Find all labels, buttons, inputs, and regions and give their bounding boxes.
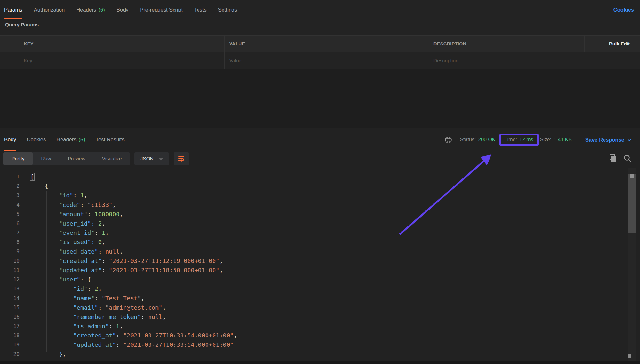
line-number: 19: [0, 342, 20, 348]
tab-label: Headers: [76, 7, 96, 13]
code-line: 20 },: [0, 350, 627, 359]
view-mode-switch: PrettyRawPreviewVisualize: [3, 152, 130, 165]
line-content: "amount": 1000000,: [30, 211, 123, 218]
mode-raw[interactable]: Raw: [33, 152, 59, 165]
code-line: 15 "email": "admin@test.com",: [0, 303, 627, 312]
mode-visualize[interactable]: Visualize: [94, 152, 130, 165]
line-content: "user_id": 2,: [30, 220, 105, 227]
param-description-input[interactable]: Description: [433, 58, 458, 64]
vertical-scrollbar[interactable]: [628, 168, 636, 361]
line-number: 15: [0, 305, 20, 311]
line-number: 11: [0, 267, 20, 273]
request-tab-pre-request-script[interactable]: Pre-request Script: [140, 0, 182, 19]
line-number: 10: [0, 258, 20, 264]
line-content: "event_id": 1,: [30, 229, 109, 236]
cookies-link[interactable]: Cookies: [613, 0, 634, 19]
line-content: "name": "Test Test",: [30, 295, 144, 302]
response-tab-bar: BodyCookiesHeaders(5)Test Results: [0, 128, 125, 151]
bottom-edge-bar: [0, 361, 640, 364]
line-number: 3: [0, 192, 20, 198]
indent-guide: [46, 191, 47, 352]
response-body-code: 1[2 {3 "id": 1,4 "code": "c1b33",5 "amou…: [0, 172, 627, 359]
time-value: 12 ms: [519, 137, 533, 143]
mode-preview[interactable]: Preview: [60, 152, 94, 165]
save-response-button[interactable]: Save Response: [585, 137, 624, 143]
request-tab-tests[interactable]: Tests: [194, 0, 207, 19]
more-options-icon[interactable]: •••: [585, 36, 603, 52]
mode-pretty[interactable]: Pretty: [3, 152, 33, 165]
response-tab-cookies[interactable]: Cookies: [27, 128, 46, 151]
line-content: "created_at": "2021-03-27T10:33:54.000+0…: [30, 332, 237, 339]
code-line: 6 "user_id": 2,: [0, 219, 627, 228]
row-select-cell[interactable]: [0, 52, 19, 69]
line-number: 5: [0, 211, 20, 217]
request-tab-settings[interactable]: Settings: [218, 0, 237, 19]
scrollbar-thumb[interactable]: [628, 174, 636, 233]
query-params-title: Query Params: [5, 22, 39, 28]
line-content: "used_date": null,: [30, 248, 123, 255]
line-content: "created_at": "2021-03-27T11:12:19.000+0…: [30, 257, 223, 264]
code-line: 17 "is_admin": 1,: [0, 321, 627, 331]
line-content: "remember_me_token": null,: [30, 313, 166, 320]
param-key-input[interactable]: Key: [24, 58, 32, 64]
line-number: 9: [0, 249, 20, 255]
line-content: },: [30, 351, 66, 358]
tab-label: Pre-request Script: [140, 7, 182, 13]
code-line: 10 "created_at": "2021-03-27T11:12:19.00…: [0, 256, 627, 265]
line-number: 2: [0, 183, 20, 189]
postman-request-view: ParamsAuthorizationHeaders(6)BodyPre-req…: [0, 0, 640, 364]
request-tab-body[interactable]: Body: [117, 0, 129, 19]
line-number: 4: [0, 202, 20, 208]
param-value-input[interactable]: Value: [229, 58, 242, 64]
request-tab-params[interactable]: Params: [4, 0, 22, 19]
line-content: "updated_at": "2021-03-27T11:18:50.000+0…: [30, 267, 223, 273]
code-line: 18 "created_at": "2021-03-27T10:33:54.00…: [0, 331, 627, 340]
tab-label: Headers: [56, 137, 76, 143]
line-number: 13: [0, 286, 20, 292]
response-tab-body[interactable]: Body: [4, 128, 16, 151]
code-line: 8 "is_used": 0,: [0, 237, 627, 247]
line-content: "email": "admin@test.com",: [30, 304, 166, 311]
request-tab-headers[interactable]: Headers(6): [76, 0, 105, 19]
copy-icon[interactable]: [609, 154, 618, 162]
response-viewer-toolbar: PrettyRawPreviewVisualize JSON: [3, 152, 189, 165]
line-number: 20: [0, 351, 20, 357]
line-number: 14: [0, 295, 20, 301]
code-line: 7 "event_id": 1,: [0, 228, 627, 237]
line-content: "user": {: [30, 276, 91, 283]
response-tab-test-results[interactable]: Test Results: [96, 128, 125, 151]
chevron-down-icon: [159, 156, 163, 161]
code-line: 12 "user": {: [0, 275, 627, 284]
line-content: "code": "c1b33",: [30, 202, 116, 208]
code-actions: [609, 154, 632, 162]
line-content: "is_admin": 1,: [30, 323, 123, 329]
tab-label: Params: [4, 7, 22, 13]
params-input-row: Key Value Description: [0, 52, 640, 69]
tab-label: Cookies: [27, 137, 46, 143]
meta-divider: [579, 135, 579, 145]
description-column-header: DESCRIPTION: [433, 41, 466, 46]
wrap-lines-button[interactable]: [174, 152, 189, 165]
language-value: JSON: [140, 156, 153, 162]
bulk-edit-button[interactable]: Bulk Edit: [603, 36, 640, 52]
select-all-cell[interactable]: [0, 36, 19, 52]
tab-label: Body: [117, 7, 129, 13]
line-content: "id": 2,: [30, 285, 102, 292]
request-tab-authorization[interactable]: Authorization: [34, 0, 65, 19]
language-dropdown[interactable]: JSON: [134, 152, 169, 165]
line-number: 12: [0, 276, 20, 282]
line-content: {: [30, 183, 48, 189]
status-value: 200 OK: [478, 137, 495, 143]
tab-label: Tests: [194, 7, 207, 13]
response-meta-bar: Status: 200 OK Time: 12 ms Size: 1.41 KB…: [445, 129, 632, 150]
key-column-header: KEY: [24, 41, 34, 46]
line-number: 1: [0, 174, 20, 180]
code-line: 9 "used_date": null,: [0, 247, 627, 256]
request-pane-empty-area: [0, 69, 640, 128]
code-line: 5 "amount": 1000000,: [0, 210, 627, 219]
code-line: 16 "remember_me_token": null,: [0, 312, 627, 321]
response-tab-headers[interactable]: Headers(5): [56, 128, 85, 151]
search-icon[interactable]: [623, 154, 632, 162]
code-line: 2 {: [0, 181, 627, 191]
horizontal-scrollbar-thumb[interactable]: [628, 354, 631, 358]
